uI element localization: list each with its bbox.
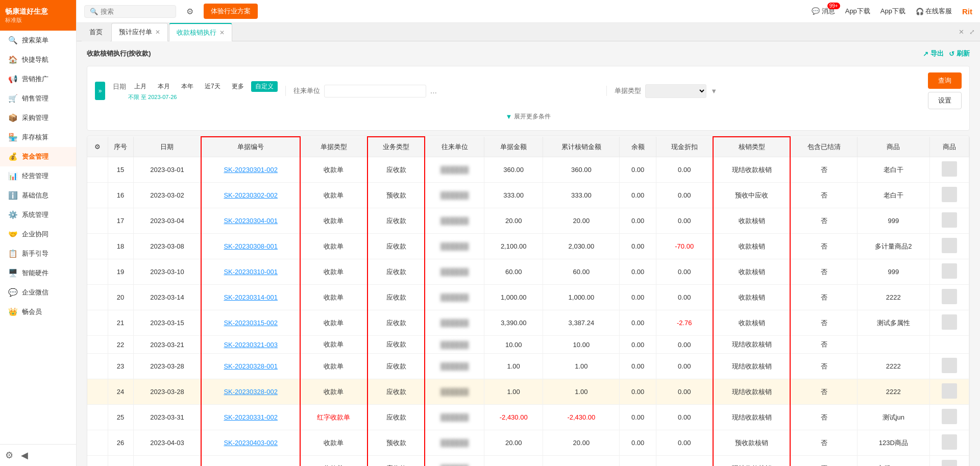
date-btn-this-year[interactable]: 本年: [177, 81, 198, 92]
voucher-type-select[interactable]: [645, 84, 706, 98]
sidebar-label-hardware: 智能硬件: [22, 268, 48, 278]
row-partner: ██████: [425, 336, 484, 354]
row-voucher-no[interactable]: SK-20230315-002: [201, 310, 300, 336]
voucher-no-link[interactable]: SK-20230304-001: [224, 217, 278, 225]
row-biz-type: 应收款: [368, 208, 425, 234]
tab-payable[interactable]: 预计应付单 ✕: [111, 23, 168, 41]
app-subtitle: 标准版: [5, 16, 22, 24]
voucher-no-link[interactable]: SK-20230321-003: [224, 341, 278, 349]
row-voucher-no[interactable]: SK-20230328-002: [201, 379, 300, 405]
voucher-no-link[interactable]: SK-20230403-002: [224, 439, 278, 447]
row-voucher-type: 收款单: [300, 183, 368, 208]
row-amount: 1.00: [484, 354, 543, 379]
row-include-settled: 否: [790, 285, 857, 310]
setting-button[interactable]: 设置: [928, 92, 962, 109]
sidebar-item-sales[interactable]: 🛒 销售管理: [0, 89, 76, 108]
tab-receipt-cancel[interactable]: 收款核销执行 ✕: [169, 23, 232, 41]
sidebar-item-quick-nav[interactable]: 🏠 快捷导航: [0, 50, 76, 69]
sidebar-label-finance: 资金管理: [22, 152, 48, 161]
row-voucher-no[interactable]: SK-20230304-001: [201, 208, 300, 234]
sidebar-item-basic[interactable]: ℹ️ 基础信息: [0, 186, 76, 205]
voucher-no-link[interactable]: SK-20230328-002: [224, 388, 278, 396]
row-voucher-no[interactable]: SK-20230403-002: [201, 430, 300, 456]
voucher-no-link[interactable]: SK-20230308-001: [224, 242, 278, 250]
sidebar-item-hardware[interactable]: 🖥️ 智能硬件: [0, 263, 76, 283]
partner-more-icon[interactable]: ...: [430, 86, 437, 95]
row-voucher-no[interactable]: SK-20230408-001: [201, 456, 300, 467]
query-button[interactable]: 查询: [928, 72, 962, 89]
sidebar-item-enterprise[interactable]: 🤝 企业协同: [0, 225, 76, 244]
row-cash-discount: 0.00: [656, 379, 713, 405]
table-row: 17 2023-03-04 SK-20230304-001 收款单 应收款 ██…: [87, 208, 969, 234]
col-settings-header[interactable]: ⚙: [87, 137, 108, 157]
sidebar-item-finance[interactable]: 💰 资金管理: [0, 147, 76, 166]
voucher-no-link[interactable]: SK-20230310-001: [224, 268, 278, 276]
row-voucher-no[interactable]: SK-20230328-001: [201, 354, 300, 379]
sidebar-item-member[interactable]: 👑 畅会员: [0, 302, 76, 322]
sidebar-item-purchase[interactable]: 📦 采购管理: [0, 108, 76, 128]
date-btn-custom[interactable]: 自定义: [251, 81, 278, 92]
user-name[interactable]: Rit: [962, 7, 972, 16]
maximize-icon[interactable]: ⤢: [969, 28, 975, 36]
date-btn-more[interactable]: 更多: [228, 81, 248, 92]
sidebar-item-search[interactable]: 🔍 搜索菜单: [0, 31, 76, 50]
collapse-filter-btn[interactable]: »: [95, 82, 105, 100]
collapse-icon[interactable]: ◀: [21, 450, 28, 461]
topbar: 🔍 ⚙ 体验行业方案 💬 消息 99+ App下载 App下载 🎧 在线客服 R…: [77, 0, 980, 23]
search-topbar-input[interactable]: [101, 8, 167, 15]
tab-receipt-close[interactable]: ✕: [219, 29, 225, 36]
marketing-icon: 📢: [8, 75, 18, 84]
app-download-text[interactable]: App下载: [880, 7, 905, 16]
app-download-link[interactable]: App下载: [845, 7, 870, 16]
row-balance: 0.00: [620, 379, 656, 405]
export-button[interactable]: ↗ 导出: [923, 49, 944, 58]
message-badge[interactable]: 💬 消息 99+: [812, 7, 835, 16]
voucher-no-link[interactable]: SK-20230328-001: [224, 362, 278, 370]
sidebar-item-wechat[interactable]: 💬 企业微信: [0, 283, 76, 302]
sidebar-item-inventory[interactable]: 🏪 库存核算: [0, 128, 76, 147]
row-goods: [857, 336, 929, 354]
row-partner: ██████: [425, 183, 484, 208]
date-btn-this-month[interactable]: 本月: [154, 81, 174, 92]
date-btn-7days[interactable]: 近7天: [201, 81, 225, 92]
row-voucher-no[interactable]: SK-20230308-001: [201, 234, 300, 259]
tab-payable-close[interactable]: ✕: [155, 29, 160, 36]
voucher-no-link[interactable]: SK-20230315-002: [224, 319, 278, 327]
partner-input[interactable]: [324, 85, 426, 97]
page-actions: ↗ 导出 ↺ 刷新: [923, 49, 970, 58]
row-voucher-no[interactable]: SK-20230302-002: [201, 183, 300, 208]
row-voucher-no[interactable]: SK-20230331-002: [201, 405, 300, 430]
row-no: 18: [108, 234, 133, 259]
expand-more-conditions[interactable]: ▼ 展开更多条件: [95, 109, 962, 124]
close-tab-icon[interactable]: ✕: [959, 28, 964, 36]
voucher-no-link[interactable]: SK-20230302-002: [224, 191, 278, 199]
row-voucher-no[interactable]: SK-20230301-002: [201, 157, 300, 183]
row-voucher-no[interactable]: SK-20230310-001: [201, 259, 300, 285]
row-cancel-type: 现结收款核销: [713, 405, 791, 430]
voucher-no-link[interactable]: SK-20230301-002: [224, 166, 278, 174]
tab-home[interactable]: 首页: [82, 23, 110, 41]
voucher-no-link[interactable]: SK-20230331-002: [224, 413, 278, 421]
settings-bottom-icon[interactable]: ⚙: [5, 450, 13, 461]
sidebar-item-operations[interactable]: 📊 经营管理: [0, 166, 76, 186]
sidebar-item-system[interactable]: ⚙️ 系统管理: [0, 205, 76, 225]
sidebar-item-marketing[interactable]: 📢 营销推广: [0, 69, 76, 89]
refresh-button[interactable]: ↺ 刷新: [949, 49, 970, 58]
online-service-link[interactable]: 🎧 在线客服: [916, 7, 952, 16]
row-cumulative: -2,430.00: [543, 405, 620, 430]
date-btn-last-month[interactable]: 上月: [130, 81, 151, 92]
table-settings-icon[interactable]: ⚙: [94, 143, 101, 151]
sidebar-label-purchase: 采购管理: [22, 113, 48, 122]
sidebar-item-guide[interactable]: 📋 新手引导: [0, 244, 76, 263]
row-include-settled: 否: [790, 354, 857, 379]
tabbar-controls: ✕ ⤢: [959, 28, 975, 36]
topbar-gear-icon[interactable]: ⚙: [186, 7, 193, 16]
experience-btn[interactable]: 体验行业方案: [204, 4, 258, 19]
row-no: 25: [108, 405, 133, 430]
voucher-no-link[interactable]: SK-20230314-001: [224, 293, 278, 301]
row-voucher-no[interactable]: SK-20230314-001: [201, 285, 300, 310]
row-voucher-no[interactable]: SK-20230321-003: [201, 336, 300, 354]
row-cumulative: 10.00: [543, 336, 620, 354]
topbar-search-box[interactable]: 🔍: [84, 5, 176, 18]
row-goods-img: [929, 208, 969, 234]
